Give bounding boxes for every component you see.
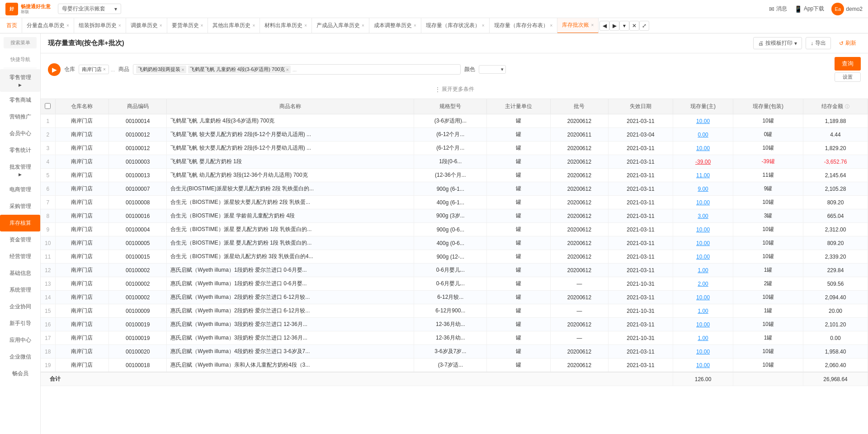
sidebar-item-stats[interactable]: 零售统计 <box>0 142 40 159</box>
tab-maximize-btn[interactable]: ⤢ <box>639 21 649 31</box>
row-expiry: 2021-03-11 <box>609 318 673 331</box>
row-qty[interactable]: 2.00 <box>673 277 733 291</box>
tab-pici[interactable]: 库存批次账 × <box>557 18 599 33</box>
sidebar-item-retail[interactable]: 零售管理 ▶ <box>0 69 40 92</box>
expand-more-btn[interactable]: ⋮ 展开更多条件 <box>431 84 478 95</box>
row-qty[interactable]: 9.00 <box>673 182 733 196</box>
warehouse-tag[interactable]: 南岸门店 × <box>79 65 109 74</box>
company-selector[interactable]: 母婴行业演示账套 ▾ <box>58 4 121 14</box>
close-icon[interactable]: × <box>482 23 485 28</box>
row-spec: 0-6月婴儿... <box>414 264 487 277</box>
tab-yaohuo[interactable]: 要货单历史 × <box>167 18 208 33</box>
row-qty[interactable]: 10.00 <box>673 359 733 373</box>
sidebar-item-apps[interactable]: 应用中心 <box>0 332 40 349</box>
row-spec: 3-6岁及7岁... <box>414 345 487 359</box>
export-btn[interactable]: ↓ 导出 <box>806 37 831 49</box>
close-icon[interactable]: × <box>181 67 184 72</box>
message-btn[interactable]: ✉ 消息 <box>769 5 787 13</box>
template-print-btn[interactable]: 🖨 按模板打印 ▾ <box>753 37 802 49</box>
tab-next-btn[interactable]: ▶ <box>609 21 619 31</box>
sidebar-item-wechat[interactable]: 企业微信 <box>0 349 40 365</box>
quick-nav-btn[interactable]: 快捷导航 <box>2 54 38 65</box>
sidebar-item-guide[interactable]: 新手引导 <box>0 315 40 332</box>
tab-kucun2[interactable]: 现存量（库存分布表） × <box>490 18 558 33</box>
info-icon[interactable]: ⓘ <box>845 104 849 109</box>
sidebar-item-finance[interactable]: 资金管理 <box>0 231 40 248</box>
top-right: ✉ 消息 📱 App下载 Ea demo2 <box>769 3 863 15</box>
user-info[interactable]: Ea demo2 <box>831 3 863 15</box>
goods-chip2[interactable]: 飞鹤星飞帆 儿童奶粉 4段(3-6岁适用) 700克 × <box>188 66 291 73</box>
tab-prev-btn[interactable]: ◀ <box>599 21 609 31</box>
tab-home[interactable]: 首页 <box>2 18 22 33</box>
row-qty[interactable]: 10.00 <box>673 236 733 250</box>
tab-kucun1[interactable]: 现存量（库存状况表） × <box>421 18 490 33</box>
row-qty[interactable]: -39.00 <box>673 155 733 169</box>
goods-filter[interactable]: 飞鹤奶粉3段两提装 × 飞鹤星飞帆 儿童奶粉 4段(3-6岁适用) 700克 ×… <box>133 64 461 75</box>
sidebar-item-collab[interactable]: 企业协同 <box>0 298 40 315</box>
close-icon[interactable]: × <box>252 23 255 28</box>
refresh-btn[interactable]: ↺ 刷新 <box>835 38 861 49</box>
row-qty[interactable]: 10.00 <box>673 291 733 304</box>
row-qty[interactable]: 10.00 <box>673 142 733 155</box>
close-icon[interactable]: × <box>66 23 69 28</box>
color-dropdown[interactable]: ▾ <box>479 65 506 74</box>
row-qty[interactable]: 1.00 <box>673 304 733 318</box>
sidebar-item-ecommerce[interactable]: 电商管理 <box>0 181 40 198</box>
sidebar-item-wholesale[interactable]: 批发管理 ▶ <box>0 159 40 181</box>
row-qty[interactable]: 3.00 <box>673 209 733 223</box>
row-pkg-qty: 10罐 <box>733 250 803 264</box>
logo: 好 畅捷通好生意 标版 <box>5 3 51 15</box>
row-qty[interactable]: 10.00 <box>673 318 733 331</box>
th-batch: 批号 <box>550 99 608 114</box>
row-unit: 罐 <box>487 114 550 128</box>
sidebar-item-ops[interactable]: 经营管理 <box>0 248 40 265</box>
goods-chip1[interactable]: 飞鹤奶粉3段两提装 × <box>136 66 186 73</box>
sidebar-item-member[interactable]: 会员中心 <box>0 125 40 142</box>
sidebar-item-vip[interactable]: 畅会员 <box>0 365 40 382</box>
close-icon[interactable]: × <box>103 67 106 72</box>
tab-more-btn[interactable]: ▾ <box>619 21 629 31</box>
sidebar-item-inventory[interactable]: 库存核算 <box>0 215 40 231</box>
close-icon[interactable]: × <box>591 23 594 28</box>
row-qty[interactable]: 1.00 <box>673 264 733 277</box>
row-qty[interactable]: 0.00 <box>673 128 733 142</box>
tab-diaopo[interactable]: 调拨单历史 × <box>126 18 167 33</box>
sidebar-item-basic[interactable]: 基础信息 <box>0 265 40 282</box>
close-icon[interactable]: × <box>304 23 307 28</box>
row-qty[interactable]: 10.00 <box>673 114 733 128</box>
close-icon[interactable]: × <box>286 67 288 72</box>
th-checkbox[interactable] <box>41 99 55 114</box>
goods-label: 商品 <box>118 66 129 73</box>
close-icon[interactable]: × <box>201 23 203 28</box>
sidebar-item-marketing[interactable]: 营销推广 <box>0 108 40 125</box>
row-qty[interactable]: 10.00 <box>673 250 733 264</box>
row-batch: 20200612 <box>550 291 608 304</box>
row-qty[interactable]: 11.00 <box>673 169 733 182</box>
select-all-checkbox[interactable] <box>45 103 51 109</box>
settings-btn[interactable]: 设置 <box>835 72 861 82</box>
tab-cailiao[interactable]: 材料出库单历史 × <box>260 18 312 33</box>
close-icon[interactable]: × <box>414 23 416 28</box>
warehouse-more[interactable]: ... <box>111 67 115 72</box>
close-icon[interactable]: × <box>160 23 162 28</box>
sidebar-item-mall[interactable]: 零售商城 <box>0 92 40 108</box>
tab-chengben[interactable]: 成本调整单历史 × <box>369 18 421 33</box>
tab-zuji[interactable]: 组装拆卸单历史 × <box>74 18 126 33</box>
close-icon[interactable]: × <box>550 23 553 28</box>
row-qty[interactable]: 1.00 <box>673 331 733 345</box>
close-icon[interactable]: × <box>118 23 121 28</box>
tab-chanchenpin[interactable]: 产成品入库单历史 × <box>312 18 369 33</box>
sidebar-item-system[interactable]: 系统管理 <box>0 282 40 298</box>
query-btn[interactable]: 查询 <box>835 57 861 71</box>
row-qty[interactable]: 10.00 <box>673 196 733 209</box>
app-download-btn[interactable]: 📱 App下载 <box>794 5 824 13</box>
close-icon[interactable]: × <box>362 23 364 28</box>
search-menu-btn[interactable]: 搜索菜单 <box>4 37 37 48</box>
row-qty[interactable]: 10.00 <box>673 223 733 236</box>
sidebar-item-purchase[interactable]: 采购管理 <box>0 198 40 215</box>
tab-close-all-btn[interactable]: ✕ <box>629 21 639 31</box>
filter-expand-btn[interactable]: ▶ <box>48 63 61 76</box>
tab-fenpan[interactable]: 分量盘点单历史 × <box>22 18 74 33</box>
tab-qitachuku[interactable]: 其他出库单历史 × <box>208 18 260 33</box>
row-qty[interactable]: 10.00 <box>673 345 733 359</box>
